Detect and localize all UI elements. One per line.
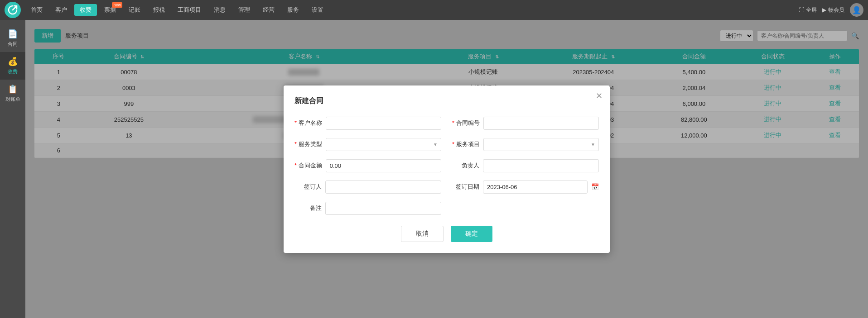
nav-item-invoice[interactable]: 票据 new xyxy=(99,4,121,16)
form-group-contract-no: 合同编号 xyxy=(452,117,599,130)
confirm-button[interactable]: 确定 xyxy=(451,226,492,242)
modal-footer: 取消 确定 xyxy=(294,226,599,242)
sidebar-item-fee-label: 收费 xyxy=(8,68,18,75)
nav-item-home[interactable]: 首页 xyxy=(25,4,48,16)
avatar[interactable]: 👤 xyxy=(850,3,863,17)
amount-label: 合同金额 xyxy=(294,161,322,170)
sign-date-label: 签订日期 xyxy=(452,183,479,191)
service-type-select[interactable] xyxy=(326,138,441,151)
amount-input[interactable] xyxy=(326,159,441,172)
service-item-select-wrapper xyxy=(483,138,599,151)
nav-right: ⛶ 全屏 ▶ 畅会员 👤 xyxy=(799,3,863,17)
member-button[interactable]: ▶ 畅会员 xyxy=(822,6,844,14)
nav-item-settings[interactable]: 设置 xyxy=(306,4,329,16)
nav-item-message[interactable]: 消息 xyxy=(208,4,231,16)
form-row-2: 服务类型 服务项目 xyxy=(294,138,599,151)
sidebar-item-reconciliation[interactable]: 📋 对账单 xyxy=(0,80,25,107)
signatory-input[interactable] xyxy=(325,180,441,194)
modal-close-button[interactable]: ✕ xyxy=(596,91,603,101)
nav-item-business[interactable]: 工商项目 xyxy=(172,4,207,16)
app-logo xyxy=(5,2,21,18)
form-row-1: 客户名称 合同编号 xyxy=(294,117,599,130)
form-group-service-type: 服务类型 xyxy=(294,138,441,151)
contract-no-input[interactable] xyxy=(483,117,599,130)
nav-items: 首页 客户 收费 票据 new 记账 报税 工商项目 消息 管理 经营 服务 设… xyxy=(25,4,799,16)
main-layout: 📄 合同 💰 收费 📋 对账单 新增 服务项目 进行中 已完成 已终止 xyxy=(0,20,868,318)
nav-item-service[interactable]: 服务 xyxy=(282,4,304,16)
reconciliation-icon: 📋 xyxy=(8,84,18,94)
form-group-sign-date: 签订日期 📅 xyxy=(452,180,599,194)
fullscreen-button[interactable]: ⛶ 全屏 xyxy=(799,6,817,14)
modal-title: 新建合同 xyxy=(294,96,599,106)
responsible-label: 负责人 xyxy=(452,161,479,170)
form-group-amount: 合同金额 xyxy=(294,159,441,172)
modal-overlay: ✕ 新建合同 客户名称 合同编号 服务类型 xyxy=(25,20,868,318)
form-group-signatory: 签订人 xyxy=(294,180,441,194)
sidebar-item-reconciliation-label: 对账单 xyxy=(5,96,20,103)
sign-date-input[interactable] xyxy=(483,180,588,194)
notes-label: 备注 xyxy=(294,204,322,212)
user-icon: 👤 xyxy=(852,6,861,14)
sidebar-item-contract-label: 合同 xyxy=(8,41,18,47)
service-type-select-wrapper xyxy=(326,138,441,151)
notes-input[interactable] xyxy=(325,202,441,215)
form-group-responsible: 负责人 xyxy=(452,159,599,172)
contract-no-label: 合同编号 xyxy=(452,119,480,127)
service-item-label: 服务项目 xyxy=(452,140,480,148)
responsible-input[interactable] xyxy=(483,159,599,172)
new-badge: new xyxy=(112,2,122,8)
nav-item-manage[interactable]: 管理 xyxy=(233,4,256,16)
signatory-label: 签订人 xyxy=(294,183,322,191)
cancel-button[interactable]: 取消 xyxy=(401,226,444,242)
nav-item-fee[interactable]: 收费 xyxy=(74,4,97,16)
fullscreen-icon: ⛶ xyxy=(799,7,804,13)
customer-name-label: 客户名称 xyxy=(294,119,322,127)
sidebar-item-fee[interactable]: 💰 收费 xyxy=(0,52,25,80)
form-group-notes: 备注 xyxy=(294,202,441,215)
contract-icon: 📄 xyxy=(8,29,18,39)
fee-icon: 💰 xyxy=(8,57,18,66)
form-row-3: 合同金额 负责人 xyxy=(294,159,599,172)
sidebar: 📄 合同 💰 收费 📋 对账单 xyxy=(0,20,25,318)
form-group-customer: 客户名称 xyxy=(294,117,441,130)
nav-item-client[interactable]: 客户 xyxy=(50,4,72,16)
service-type-label: 服务类型 xyxy=(294,140,322,148)
customer-name-input[interactable] xyxy=(326,117,441,130)
service-item-select[interactable] xyxy=(483,138,599,151)
top-nav: 首页 客户 收费 票据 new 记账 报税 工商项目 消息 管理 经营 服务 设… xyxy=(0,0,868,20)
form-group-service-item: 服务项目 xyxy=(452,138,599,151)
play-icon: ▶ xyxy=(822,7,826,13)
nav-item-operation[interactable]: 经营 xyxy=(257,4,280,16)
calendar-icon[interactable]: 📅 xyxy=(591,183,599,190)
new-contract-modal: ✕ 新建合同 客户名称 合同编号 服务类型 xyxy=(284,85,610,253)
form-row-4: 签订人 签订日期 📅 xyxy=(294,180,599,194)
nav-item-tax[interactable]: 报税 xyxy=(148,4,170,16)
sidebar-item-contract[interactable]: 📄 合同 xyxy=(0,24,25,52)
form-row-5: 备注 xyxy=(294,202,599,215)
nav-item-bookkeeping[interactable]: 记账 xyxy=(123,4,146,16)
content-area: 新增 服务项目 进行中 已完成 已终止 🔍 序号 合同编号 xyxy=(25,20,868,318)
